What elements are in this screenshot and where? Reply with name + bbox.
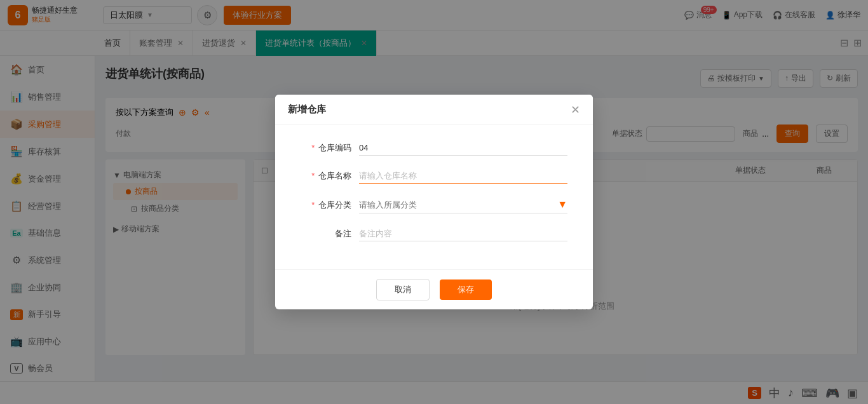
modal-close-icon[interactable]: ✕ bbox=[571, 104, 580, 116]
warehouse-category-input[interactable] bbox=[359, 200, 557, 210]
modal-title: 新增仓库 bbox=[288, 104, 326, 116]
warehouse-remark-row: 备注 bbox=[301, 226, 567, 241]
required-star-1: * bbox=[311, 143, 315, 152]
save-button[interactable]: 保存 bbox=[440, 279, 492, 300]
modal-footer: 取消 保存 bbox=[275, 269, 593, 309]
required-star-3: * bbox=[311, 200, 315, 210]
warehouse-code-row: * 仓库编码 bbox=[301, 140, 567, 156]
warehouse-code-input[interactable] bbox=[359, 140, 567, 156]
warehouse-remark-label: 备注 bbox=[301, 228, 351, 239]
warehouse-category-select[interactable]: ▼ bbox=[359, 196, 567, 213]
cancel-button[interactable]: 取消 bbox=[376, 279, 430, 300]
required-star-2: * bbox=[311, 171, 315, 180]
warehouse-name-label: * 仓库名称 bbox=[301, 170, 351, 182]
new-warehouse-modal: 新增仓库 ✕ * 仓库编码 * 仓库名称 bbox=[275, 95, 593, 309]
modal-body: * 仓库编码 * 仓库名称 * 仓库分类 bbox=[275, 125, 593, 269]
modal-header: 新增仓库 ✕ bbox=[275, 95, 593, 125]
warehouse-category-label: * 仓库分类 bbox=[301, 199, 351, 211]
warehouse-code-label: * 仓库编码 bbox=[301, 142, 351, 154]
warehouse-name-row: * 仓库名称 bbox=[301, 168, 567, 184]
category-dropdown-icon: ▼ bbox=[557, 199, 567, 210]
warehouse-category-row: * 仓库分类 ▼ bbox=[301, 196, 567, 213]
modal-overlay[interactable]: 新增仓库 ✕ * 仓库编码 * 仓库名称 bbox=[0, 0, 868, 404]
warehouse-remark-input[interactable] bbox=[359, 226, 567, 241]
warehouse-name-input[interactable] bbox=[359, 168, 567, 184]
